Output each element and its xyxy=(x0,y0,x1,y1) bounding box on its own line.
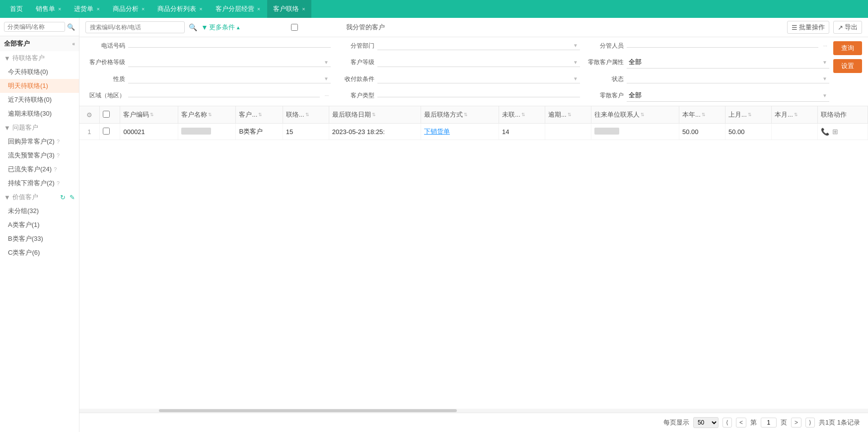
settings-gear-icon[interactable]: ⚙ xyxy=(86,111,92,119)
horizontal-scrollbar[interactable] xyxy=(79,409,868,413)
batch-op-btn[interactable]: ☰ 批量操作 xyxy=(787,21,829,34)
action-more-icon[interactable]: ⊞ xyxy=(832,128,838,136)
th-code[interactable]: 客户编码 ⇅ xyxy=(120,106,178,124)
filter-payment: 收付款条件 ▼ xyxy=(335,74,580,83)
prev-page-btn[interactable]: < xyxy=(736,418,746,428)
sidebar-item-7days[interactable]: 近7天待联络(0) xyxy=(0,93,79,107)
retail-attr-select[interactable]: 全部 ▼ xyxy=(627,56,829,69)
sidebar-item-c-class[interactable]: C类客户(6) xyxy=(0,246,79,260)
refresh-icon[interactable]: ↻ xyxy=(60,194,66,201)
payment-select[interactable]: ▼ xyxy=(377,74,580,83)
more-conditions-btn[interactable]: ▼ 更多条件 ▲ xyxy=(201,23,241,32)
retail-customer-arrow-icon: ▼ xyxy=(822,93,827,98)
nav-sales[interactable]: 销售单 × xyxy=(30,0,67,18)
nav-purchase[interactable]: 进货单 × xyxy=(68,0,105,18)
sort-type-icon: ⇅ xyxy=(258,112,262,117)
th-overdue[interactable]: 逾期... ⇅ xyxy=(545,106,591,124)
next-page-btn[interactable]: > xyxy=(791,418,801,428)
filter-price-level: 客户价格等级 ▼ xyxy=(85,58,331,67)
th-unit-contact[interactable]: 往来单位联系人 ⇅ xyxy=(591,106,679,124)
th-this-month[interactable]: 本月... ⇅ xyxy=(771,106,817,124)
help-icon-churn-warning[interactable]: ? xyxy=(57,152,60,158)
export-btn[interactable]: ↗ 导出 xyxy=(833,21,862,34)
customer-table: ⚙ 客户编码 ⇅ 客户名称 xyxy=(79,106,868,140)
sidebar-item-churn-warning[interactable]: 流失预警客户(3) ? xyxy=(0,148,79,162)
nav-product-analysis[interactable]: 商品分析 × xyxy=(107,0,150,18)
edit-icon[interactable]: ✎ xyxy=(70,194,75,201)
nav-home[interactable]: 首页 xyxy=(4,0,29,18)
th-no-contact[interactable]: 未联... ⇅ xyxy=(499,106,545,124)
nav-customer-segment[interactable]: 客户分层经营 × xyxy=(210,0,266,18)
my-customers-checkbox[interactable]: 我分管的客户 xyxy=(245,23,385,32)
th-settings[interactable]: ⚙ xyxy=(79,106,99,124)
action-phone-icon[interactable]: 📞 xyxy=(821,128,829,136)
help-icon-churned[interactable]: ? xyxy=(54,166,57,172)
cell-contact: 15 xyxy=(283,124,329,140)
person-more-icon[interactable]: ··· xyxy=(821,43,829,49)
th-last-month[interactable]: 上月... ⇅ xyxy=(725,106,771,124)
select-all-checkbox[interactable] xyxy=(103,111,110,118)
dept-select[interactable]: ▼ xyxy=(377,41,580,50)
nav-customer-contact[interactable]: 客户联络 × xyxy=(267,0,311,18)
main-search-button[interactable]: 🔍 xyxy=(189,23,197,31)
set-button[interactable]: 设置 xyxy=(833,59,862,73)
sidebar-item-abnormal[interactable]: 回购异常客户(2) ? xyxy=(0,135,79,148)
sort-unit-contact-icon: ⇅ xyxy=(641,112,645,117)
all-customers-header[interactable]: 全部客户 « xyxy=(0,36,79,51)
row-checkbox[interactable] xyxy=(103,128,110,135)
close-product-analysis-list-icon[interactable]: × xyxy=(199,6,202,12)
th-this-year[interactable]: 本年... ⇅ xyxy=(679,106,725,124)
query-button[interactable]: 查询 xyxy=(833,41,862,55)
sidebar-item-b-class[interactable]: B类客户(33) xyxy=(0,232,79,246)
help-icon-abnormal[interactable]: ? xyxy=(57,139,60,144)
th-last-contact-way[interactable]: 最后联络方式 ⇅ xyxy=(421,106,499,124)
first-page-btn[interactable]: ⟨ xyxy=(723,418,732,428)
th-checkbox[interactable] xyxy=(99,106,120,124)
cell-last-contact-way[interactable]: 下销货单 xyxy=(421,124,499,140)
sidebar-item-churned[interactable]: 已流失客户(24) ? xyxy=(0,162,79,176)
help-icon-declining[interactable]: ? xyxy=(57,180,60,186)
area-more-icon[interactable]: ··· xyxy=(323,93,331,98)
close-sales-icon[interactable]: × xyxy=(58,6,61,12)
main-search-input[interactable] xyxy=(85,21,185,33)
cell-checkbox[interactable] xyxy=(99,124,120,140)
area-input[interactable] xyxy=(128,94,320,97)
sidebar-search-icon[interactable]: 🔍 xyxy=(67,23,75,31)
last-page-btn[interactable]: ⟩ xyxy=(805,418,815,428)
sidebar-item-declining[interactable]: 持续下滑客户(2) ? xyxy=(0,176,79,190)
sidebar-item-tomorrow[interactable]: 明天待联络(1) xyxy=(0,79,79,93)
price-level-select[interactable]: ▼ xyxy=(128,58,331,67)
th-name[interactable]: 客户名称 ⇅ xyxy=(178,106,236,124)
sidebar-search-input[interactable] xyxy=(4,22,65,32)
page-input[interactable] xyxy=(761,418,777,428)
sidebar-item-ungrouped[interactable]: 未分组(32) xyxy=(0,204,79,218)
status-select[interactable]: ▼ xyxy=(627,74,829,83)
sidebar-item-a-class[interactable]: A类客户(1) xyxy=(0,218,79,232)
th-type[interactable]: 客户... ⇅ xyxy=(236,106,283,124)
close-customer-contact-icon[interactable]: × xyxy=(302,6,305,12)
phone-input[interactable] xyxy=(128,44,331,48)
filter-retail-attr: 零散客户属性 全部 ▼ xyxy=(584,56,829,69)
th-contact[interactable]: 联络... ⇅ xyxy=(283,106,329,124)
scrollbar-thumb[interactable] xyxy=(159,409,457,412)
filter-area: 区域（地区） ··· xyxy=(85,91,331,100)
close-customer-segment-icon[interactable]: × xyxy=(257,6,260,12)
filter-action-buttons: 查询 设置 xyxy=(833,41,862,73)
sidebar: 🔍 全部客户 « ▼ 待联络客户 今天待联络(0) 明天待联络(1) 近7天待联… xyxy=(0,18,79,432)
customer-type-input[interactable] xyxy=(377,94,580,97)
close-product-analysis-icon[interactable]: × xyxy=(142,6,145,12)
th-last-contact-date[interactable]: 最后联络日期 ⇅ xyxy=(329,106,421,124)
cell-name xyxy=(178,124,236,140)
sidebar-item-overdue[interactable]: 逾期未联络(30) xyxy=(0,107,79,121)
per-page-select[interactable]: 50 100 200 xyxy=(693,417,719,428)
person-input[interactable] xyxy=(627,44,818,48)
cell-action: 📞 ⊞ xyxy=(817,124,868,140)
retail-customer-select[interactable]: 全部 ▼ xyxy=(627,89,829,102)
close-purchase-icon[interactable]: × xyxy=(96,6,99,12)
sidebar-item-today[interactable]: 今天待联络(0) xyxy=(0,65,79,79)
customer-level-select[interactable]: ▼ xyxy=(377,58,580,67)
customer-level-arrow-icon: ▼ xyxy=(573,60,578,65)
my-customers-check[interactable] xyxy=(245,24,344,31)
nav-product-analysis-list[interactable]: 商品分析列表 × xyxy=(151,0,208,18)
nature-select[interactable]: ▼ xyxy=(128,74,331,83)
